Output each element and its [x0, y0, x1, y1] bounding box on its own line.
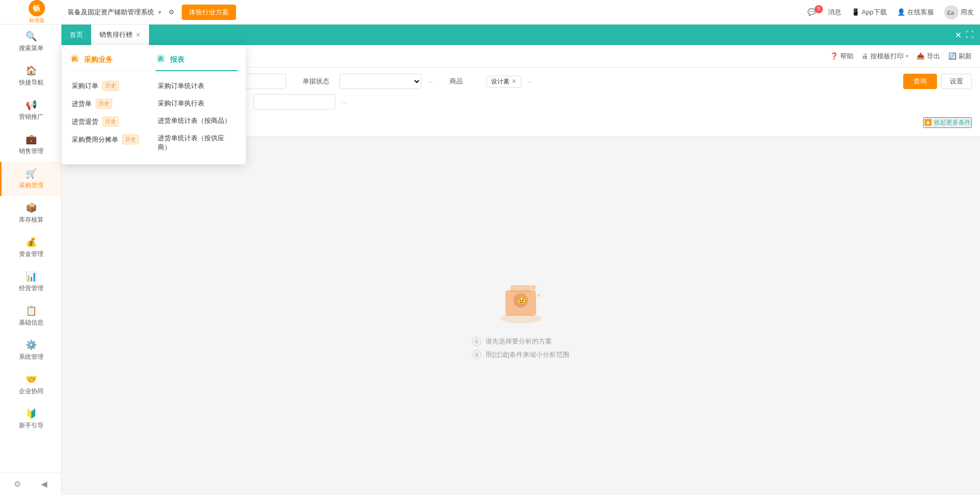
- tab-fullscreen-icon[interactable]: ⛶: [966, 30, 974, 39]
- system-name: 装备及固定资产辅助管理系统: [68, 8, 154, 17]
- guide-icon: 🔰: [26, 408, 37, 419]
- sidebar-item-cooperation-label: 企业协同: [19, 387, 44, 396]
- purchase-dropdown: 购 采购业务 采购订单 历史 进货单 历史 进货退货 历史 采购费用分摊单 历史: [61, 45, 246, 164]
- query-btn[interactable]: 查询: [903, 74, 937, 89]
- goods-more-btn[interactable]: ···: [527, 78, 533, 85]
- collapse-label: 收起更多条件: [934, 118, 971, 127]
- salesperson-input[interactable]: [253, 94, 335, 110]
- sidebar-item-marketing[interactable]: 📢 营销推广: [0, 93, 61, 127]
- purchase-icon: 🛒: [26, 168, 37, 179]
- dropdown-item-stock-stats-supplier[interactable]: 进货单统计表（按供应商）: [156, 130, 238, 156]
- sales-icon: 💼: [26, 134, 37, 145]
- purchase-col-icon: 购: [70, 53, 80, 66]
- sidebar-item-inventory-label: 库存核算: [19, 216, 44, 224]
- svg-rect-5: [510, 285, 531, 292]
- svg-text:购: 购: [71, 56, 77, 62]
- sidebar-item-cooperation[interactable]: 🤝 企业协同: [0, 368, 61, 402]
- help-icon: ❓: [830, 52, 838, 60]
- purchase-order-label: 采购订单: [72, 81, 98, 91]
- logo-text: 标准版: [29, 17, 45, 24]
- main-content: 😟 ① 请先选择要分析的方案 ② 用[过滤]条件来缩小分析范围: [61, 137, 980, 495]
- sidebar-item-quick-nav[interactable]: 🏠 快捷导航: [0, 59, 61, 93]
- sidebar-collapse-icon[interactable]: ◀: [41, 479, 47, 489]
- phone-icon: 📱: [851, 8, 860, 16]
- sidebar-item-guide[interactable]: 🔰 新手引导: [0, 402, 61, 436]
- dropdown-item-stock-in[interactable]: 进货单 历史: [70, 95, 152, 113]
- purchase-col-header: 购 采购业务: [70, 53, 152, 71]
- sidebar-item-system[interactable]: ⚙️ 系统管理: [0, 333, 61, 368]
- dropdown-item-stock-stats-product[interactable]: 进货单统计表（按商品）: [156, 112, 238, 130]
- online-service-item[interactable]: 👤 在线客服: [897, 8, 934, 17]
- top-bar: 畅 标准版 装备及固定资产辅助管理系统 ▾ ⚙ 体验行业方案 💬 9 消息 📱 …: [0, 0, 980, 25]
- sidebar-settings-icon[interactable]: ⚙: [14, 479, 21, 489]
- dropdown-item-order-exec[interactable]: 采购订单执行表: [156, 95, 238, 112]
- collapse-btn[interactable]: 🔼 收起更多条件: [923, 117, 972, 128]
- system-name-dropdown-icon[interactable]: ▾: [158, 9, 161, 16]
- sidebar-item-purchase-label: 采购管理: [19, 181, 44, 190]
- refresh-btn[interactable]: 🔄 刷新: [948, 52, 972, 61]
- order-exec-label: 采购订单执行表: [158, 99, 204, 108]
- tab-home[interactable]: 首页: [61, 25, 91, 45]
- app-download-item[interactable]: 📱 App下载: [851, 8, 887, 17]
- voucher-status-select[interactable]: [339, 74, 421, 89]
- industry-btn[interactable]: 体验行业方案: [182, 5, 236, 20]
- service-icon: 👤: [897, 8, 905, 16]
- sidebar-item-sales-label: 销售管理: [19, 147, 44, 156]
- user-item[interactable]: Ea 用友: [944, 5, 974, 19]
- online-service-label: 在线客服: [907, 8, 934, 17]
- hint-num-2: ②: [472, 350, 481, 359]
- empty-state: 😟 ① 请先选择要分析的方案 ② 用[过滤]条件来缩小分析范围: [472, 272, 569, 359]
- app-download-label: App下载: [862, 8, 887, 17]
- export-icon: 📤: [917, 52, 925, 60]
- settings-icon[interactable]: ⚙: [165, 6, 178, 18]
- dropdown-item-return[interactable]: 进货退货 历史: [70, 113, 152, 131]
- stock-in-label: 进货单: [72, 99, 92, 109]
- goods-tag-close-icon[interactable]: ✕: [512, 78, 517, 85]
- purchase-order-history-badge: 历史: [102, 81, 119, 91]
- hint-text-2: 用[过滤]条件来缩小分析范围: [485, 350, 569, 359]
- dropdown-item-order-stats[interactable]: 采购订单统计表: [156, 77, 238, 95]
- report-col-header: 表 报表: [156, 53, 238, 71]
- tab-sales-rank[interactable]: 销售排行榜 ✕: [91, 25, 149, 45]
- salesperson-more-btn[interactable]: ···: [342, 98, 347, 106]
- expense-history-badge: 历史: [122, 135, 139, 144]
- tab-close-icon[interactable]: ✕: [136, 31, 141, 38]
- finance-icon: 💰: [26, 236, 37, 248]
- notification-item[interactable]: 💬 9 消息: [807, 8, 841, 17]
- sidebar-item-basic-info[interactable]: 📋 基础信息: [0, 299, 61, 333]
- sidebar-item-basic-info-label: 基础信息: [19, 318, 44, 327]
- sidebar-item-sales[interactable]: 💼 销售管理: [0, 127, 61, 162]
- hint-2: ② 用[过滤]条件来缩小分析范围: [472, 350, 569, 359]
- help-btn[interactable]: ❓ 帮助: [830, 52, 854, 61]
- sidebar-item-search[interactable]: 🔍 搜索菜单: [0, 25, 61, 59]
- return-history-badge: 历史: [102, 117, 119, 126]
- user-avatar: Ea: [944, 5, 958, 19]
- empty-illustration: 😟: [490, 272, 551, 329]
- dropdown-item-purchase-order[interactable]: 采购订单 历史: [70, 77, 152, 95]
- sidebar-item-marketing-label: 营销推广: [19, 113, 44, 121]
- report-col: 表 报表 采购订单统计表 采购订单执行表 进货单统计表（按商品） 进货单统计表（…: [156, 53, 238, 156]
- dropdown-item-expense[interactable]: 采购费用分摊单 历史: [70, 131, 152, 148]
- print-dropdown-icon[interactable]: ▾: [906, 53, 908, 59]
- home-icon: 🏠: [26, 65, 37, 76]
- basic-info-icon: 📋: [26, 305, 37, 316]
- hint-num-1: ①: [472, 337, 481, 346]
- collapse-up-icon: 🔼: [924, 119, 932, 126]
- tab-close-all-icon[interactable]: ✕: [955, 30, 962, 40]
- voucher-status-more-btn[interactable]: ···: [428, 78, 433, 85]
- username-label: 用友: [961, 8, 974, 17]
- export-btn[interactable]: 📤 导出: [917, 52, 940, 61]
- cooperation-icon: 🤝: [26, 374, 37, 385]
- refresh-icon: 🔄: [948, 52, 956, 60]
- print-btn[interactable]: 🖨 按模板打印 ▾: [862, 52, 908, 61]
- sidebar-item-operations[interactable]: 📊 经营管理: [0, 265, 61, 299]
- tab-home-label: 首页: [70, 30, 83, 39]
- sidebar-item-purchase[interactable]: 🛒 采购管理: [0, 162, 61, 196]
- tab-bar-right: ✕ ⛶: [955, 25, 980, 45]
- sidebar-item-inventory[interactable]: 📦 库存核算: [0, 196, 61, 230]
- notification-label: 消息: [828, 8, 841, 17]
- operations-icon: 📊: [26, 271, 37, 282]
- setting-btn[interactable]: 设置: [941, 74, 972, 89]
- sidebar-item-system-label: 系统管理: [19, 353, 44, 361]
- sidebar-item-finance[interactable]: 💰 资金管理: [0, 230, 61, 265]
